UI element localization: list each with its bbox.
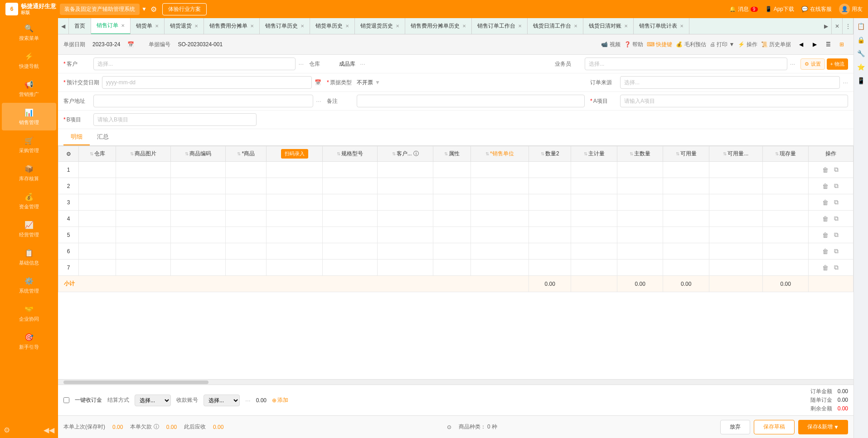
right-panel-icon-5[interactable]: 📱	[855, 74, 868, 87]
cell-warehouse[interactable]	[79, 243, 116, 260]
cell-unit[interactable]	[470, 227, 529, 243]
tab-close-all-button[interactable]: ✕	[832, 18, 843, 34]
cell-warehouse[interactable]	[79, 260, 116, 276]
tab-7[interactable]: 销货退货历史✕	[355, 18, 405, 34]
cell-image[interactable]	[116, 162, 171, 178]
save-draft-button[interactable]: 保存草稿	[754, 420, 795, 434]
cell-current[interactable]	[762, 260, 809, 276]
tab-close-8[interactable]: ✕	[462, 24, 466, 29]
cell-qty2[interactable]	[529, 227, 571, 243]
cell-available2[interactable]	[709, 194, 763, 211]
cell-unit[interactable]	[470, 260, 529, 276]
next-record-button[interactable]: ▶	[808, 38, 821, 51]
profit-action[interactable]: 💰 毛利预估	[676, 41, 706, 48]
cell-scan[interactable]	[267, 162, 323, 178]
cell-qty2[interactable]	[529, 194, 571, 211]
cell-qty2[interactable]	[529, 243, 571, 260]
cell-image[interactable]	[116, 178, 171, 194]
right-panel-icon-1[interactable]: 📋	[855, 20, 868, 33]
tab-next-button[interactable]: ▶	[821, 18, 832, 34]
sidebar-item-11[interactable]: 🎯新手引导	[2, 327, 56, 355]
cell-available[interactable]	[663, 243, 709, 260]
cell-attr[interactable]	[433, 260, 470, 276]
sidebar-item-3[interactable]: 📊销售管理	[2, 103, 56, 130]
cell-main-unit[interactable]	[571, 260, 617, 276]
tab-close-10[interactable]: ✕	[574, 24, 577, 29]
cell-product[interactable]	[226, 211, 267, 227]
settings-button[interactable]: ⚙ 设置	[800, 58, 824, 70]
cell-spec[interactable]	[323, 243, 378, 260]
cell-available2[interactable]	[709, 243, 763, 260]
sidebar-item-5[interactable]: 📦库存核算	[2, 159, 56, 187]
add-payment-button[interactable]: ⊕ 添加	[272, 396, 288, 404]
cell-code[interactable]	[171, 162, 226, 178]
cell-main-unit[interactable]	[571, 227, 617, 243]
tab-1[interactable]: 销售订单✕	[91, 18, 131, 34]
row-delete-icon[interactable]: 🗑	[821, 247, 830, 256]
sidebar-item-9[interactable]: ⚙️系统管理	[2, 271, 56, 299]
sidebar-item-4[interactable]: 🛒采购管理	[2, 131, 56, 159]
sidebar-item-2[interactable]: 📢营销推广	[2, 75, 56, 102]
cell-customer-code[interactable]	[378, 194, 433, 211]
cell-main-unit[interactable]	[571, 162, 617, 178]
warehouse-dots[interactable]: ···	[360, 60, 365, 67]
cell-customer-code[interactable]	[378, 178, 433, 194]
tab-summary[interactable]: 汇总	[90, 129, 116, 145]
tab-close-11[interactable]: ✕	[624, 24, 628, 29]
sidebar-item-8[interactable]: 📋基础信息	[2, 243, 56, 271]
date-value[interactable]: 2023-03-24	[92, 41, 120, 48]
invoice-dropdown[interactable]: ▼	[375, 79, 380, 86]
remark-input[interactable]	[357, 95, 585, 107]
cell-product[interactable]	[226, 194, 267, 211]
account-dots[interactable]: ···	[245, 397, 251, 404]
cell-available[interactable]	[663, 194, 709, 211]
help-action[interactable]: ❓ 帮助	[624, 41, 643, 48]
calendar-icon[interactable]: 📅	[127, 41, 134, 48]
th-settings[interactable]: ⚙	[58, 146, 79, 162]
tab-close-4[interactable]: ✕	[250, 24, 254, 29]
cell-warehouse[interactable]	[79, 211, 116, 227]
cell-unit[interactable]	[470, 162, 529, 178]
th-scan[interactable]: 扫码录入	[267, 146, 323, 162]
cell-warehouse[interactable]	[79, 194, 116, 211]
cell-image[interactable]	[116, 243, 171, 260]
cell-customer-code[interactable]	[378, 260, 433, 276]
print-action[interactable]: 🖨 打印 ▼	[710, 41, 735, 48]
user-avatar[interactable]: 👤 用友	[839, 4, 863, 14]
customer-input[interactable]	[93, 58, 296, 70]
cell-main-qty[interactable]	[617, 178, 663, 194]
tab-close-9[interactable]: ✕	[518, 24, 522, 29]
staff-dots[interactable]: ···	[790, 60, 795, 67]
tab-11[interactable]: 钱货日清对账✕	[583, 18, 634, 34]
discard-button[interactable]: 放弃	[720, 420, 750, 434]
tab-3[interactable]: 销货退货✕	[165, 18, 204, 34]
history-action[interactable]: 📜 历史单据	[761, 41, 791, 48]
cell-current[interactable]	[762, 227, 809, 243]
sidebar-settings-icon[interactable]: ⚙	[4, 426, 10, 434]
order-source-dots[interactable]: ···	[843, 79, 848, 86]
cell-qty2[interactable]	[529, 178, 571, 194]
cell-main-qty[interactable]	[617, 211, 663, 227]
cell-warehouse[interactable]	[79, 178, 116, 194]
account-select[interactable]: 选择...	[204, 395, 240, 406]
row-copy-icon[interactable]: ⧉	[832, 263, 841, 272]
operation-action[interactable]: ⚡ 操作	[738, 41, 757, 48]
cell-main-qty[interactable]	[617, 243, 663, 260]
sidebar-item-10[interactable]: 🤝企业协同	[2, 299, 56, 327]
scroll-thumb[interactable]	[63, 380, 209, 384]
cell-spec[interactable]	[323, 194, 378, 211]
cell-attr[interactable]	[433, 211, 470, 227]
cell-scan[interactable]	[267, 178, 323, 194]
app-download-button[interactable]: 📱 App下载	[765, 5, 794, 13]
cell-main-qty[interactable]	[617, 260, 663, 276]
right-panel-icon-4[interactable]: ⭐	[855, 61, 868, 73]
project-a-input[interactable]	[620, 95, 848, 107]
tab-2[interactable]: 销货单✕	[131, 18, 165, 34]
tab-close-3[interactable]: ✕	[194, 24, 198, 29]
cell-main-qty[interactable]	[617, 194, 663, 211]
cell-product[interactable]	[226, 260, 267, 276]
delivery-input[interactable]	[102, 76, 312, 89]
cell-available2[interactable]	[709, 178, 763, 194]
tab-close-1[interactable]: ✕	[121, 23, 125, 28]
cell-current[interactable]	[762, 178, 809, 194]
